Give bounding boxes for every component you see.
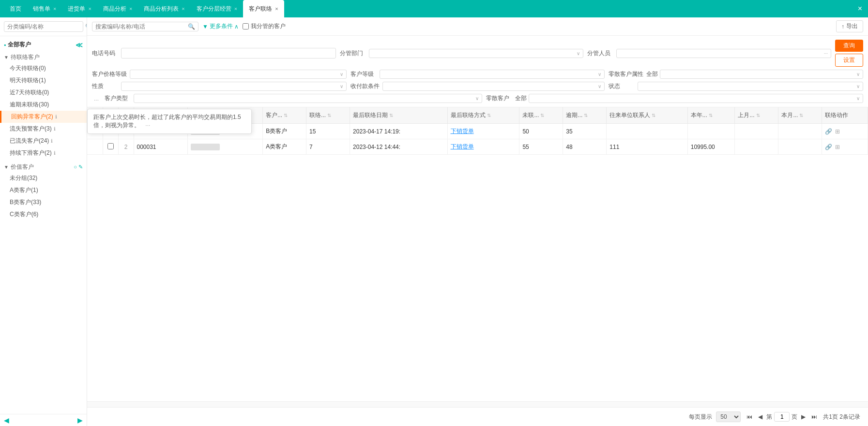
first-page-btn[interactable]: ⏮	[745, 412, 754, 421]
sidebar-item-today[interactable]: 今天待联络(0)	[0, 62, 87, 74]
sidebar-next-icon[interactable]: ▶	[77, 416, 83, 424]
nav-item-customer-tier[interactable]: 客户分层经营 ×	[191, 0, 243, 17]
filter-phone: 电话号码	[92, 48, 336, 59]
sidebar-item-abnormal[interactable]: 回购异常客户(2) ℹ	[0, 111, 87, 123]
my-customers-check[interactable]	[243, 23, 249, 29]
dept-select[interactable]: ∨	[369, 49, 584, 58]
col-last-month: 上月... ⇅	[735, 107, 778, 124]
nav-item-analysis-list[interactable]: 商品分析列表 ×	[138, 0, 190, 17]
sort-this-year-icon[interactable]: ⇅	[709, 113, 713, 118]
close-sales-icon[interactable]: ×	[53, 6, 56, 12]
info-icon-lost: ℹ	[51, 138, 53, 144]
sort-contact-icon[interactable]: ⇅	[327, 113, 331, 118]
close-purchase-icon[interactable]: ×	[88, 6, 91, 12]
sidebar-item-loss-warning[interactable]: 流失预警客户(3) ℹ	[0, 123, 87, 135]
col-pending: 未联... ⇅	[519, 107, 563, 124]
retail-attr-select[interactable]: ∨	[660, 70, 863, 79]
gender-select[interactable]: ∨	[121, 82, 347, 91]
sort-unit-contacts-icon[interactable]: ⇅	[652, 113, 655, 118]
tooltip-more[interactable]: ···	[145, 122, 150, 129]
per-page-select[interactable]: 50 20 100	[716, 411, 741, 422]
page-nav: ⏮ ◀ 第 页 ▶ ⏭	[745, 412, 819, 422]
person-select[interactable]: ···	[616, 49, 831, 58]
sidebar-item-class-c[interactable]: C类客户(6)	[0, 208, 87, 220]
sort-this-month-icon[interactable]: ⇅	[799, 113, 803, 118]
sidebar-item-class-b[interactable]: B类客户(33)	[0, 196, 87, 208]
horizontal-scrollbar[interactable]	[87, 401, 868, 407]
per-page-label: 每页显示	[689, 413, 712, 421]
sidebar-item-ungrouped[interactable]: 未分组(32)	[0, 172, 87, 184]
sort-last-method-icon[interactable]: ⇅	[487, 113, 491, 118]
page-number-input[interactable]	[774, 412, 790, 422]
query-button[interactable]: 查询	[835, 40, 863, 52]
sidebar-collapse-icon[interactable]: ≪	[76, 41, 83, 49]
my-customers-checkbox[interactable]: 我分管的客户	[243, 22, 286, 30]
row2-unit-contacts: 111	[607, 139, 687, 155]
row2-actions: 🔗 ⊞	[822, 139, 868, 155]
main-layout: 🔍 ▪ 全部客户 ≪ ▼ 待联络客户 今天待联络(0) 明天待联络(1) 近7天…	[0, 17, 868, 426]
row1-type: B类客户	[263, 124, 306, 139]
sidebar-item-lost[interactable]: 已流失客户(24) ℹ	[0, 135, 87, 147]
nav-item-sales[interactable]: 销售单 ×	[27, 0, 62, 17]
row1-this-year	[687, 124, 735, 139]
sort-pending-icon[interactable]: ⇅	[540, 113, 544, 118]
row2-checkbox[interactable]	[107, 143, 114, 149]
row2-last-date: 2023-04-12 14:44:	[350, 139, 448, 155]
sort-overdue-icon[interactable]: ⇅	[584, 113, 588, 118]
row1-link-icon[interactable]: 🔗	[825, 128, 832, 135]
row2-link-icon[interactable]: 🔗	[825, 144, 832, 150]
close-analysis-icon[interactable]: ×	[129, 6, 132, 12]
dots-more[interactable]: ...	[92, 95, 101, 102]
sidebar-item-tomorrow[interactable]: 明天待联络(1)	[0, 74, 87, 87]
sidebar-bottom-nav: ◀ ▶	[0, 414, 87, 426]
phone-input[interactable]	[121, 48, 336, 59]
edit-value-group-icon[interactable]: ○ ✎	[74, 164, 83, 170]
col-unit-contacts: 往来单位联系人 ⇅	[607, 107, 687, 124]
export-button[interactable]: ↑ 导出	[836, 20, 863, 32]
setting-button[interactable]: 设置	[835, 54, 863, 67]
sort-last-date-icon[interactable]: ⇅	[389, 113, 393, 118]
sidebar-prev-icon[interactable]: ◀	[4, 416, 9, 424]
retail-customer-select[interactable]: ∨	[529, 94, 864, 103]
sidebar-item-class-a[interactable]: A类客户(1)	[0, 184, 87, 196]
nav-item-customer-contact[interactable]: 客户联络 ×	[243, 0, 284, 17]
sidebar-group-value[interactable]: ▼ 价值客户 ○ ✎	[0, 161, 87, 172]
customer-type-select[interactable]: ∨	[134, 94, 482, 103]
filter-row-1: 电话号码 分管部门 ∨ 分管人员 ···	[92, 40, 863, 67]
next-page-btn[interactable]: ▶	[799, 412, 807, 421]
grade-select[interactable]: ∨	[380, 70, 605, 79]
close-customer-contact-icon[interactable]: ×	[275, 6, 278, 12]
prev-page-btn[interactable]: ◀	[756, 412, 764, 421]
filter-status: 状态 ∨	[609, 82, 863, 91]
last-page-btn[interactable]: ⏭	[809, 412, 819, 421]
global-close-icon[interactable]: ×	[858, 4, 862, 13]
status-select[interactable]: ∨	[638, 82, 863, 91]
sidebar-item-7days[interactable]: 近7天待联络(0)	[0, 87, 87, 99]
sidebar-item-overdue[interactable]: 逾期未联络(30)	[0, 99, 87, 111]
row1-grid-icon[interactable]: ⊞	[835, 128, 840, 135]
sort-last-month-icon[interactable]: ⇅	[756, 113, 760, 118]
row2-grid-icon[interactable]: ⊞	[835, 144, 840, 150]
nav-item-purchase[interactable]: 进货单 ×	[62, 0, 97, 17]
filter-price-grade: 客户价格等级 ∨	[92, 70, 347, 79]
price-grade-select[interactable]: ∨	[130, 70, 347, 79]
row1-last-month	[735, 124, 778, 139]
search-input[interactable]	[95, 23, 186, 30]
row2-index: 2	[118, 139, 134, 155]
sidebar-search-input[interactable]	[4, 21, 83, 32]
nav-item-analysis[interactable]: 商品分析 ×	[97, 0, 138, 17]
sidebar-group-pending[interactable]: ▼ 待联络客户	[0, 51, 87, 62]
filter-payment: 收付款条件 ∨	[350, 82, 605, 91]
person-dropdown-icon: ···	[824, 51, 828, 56]
close-analysis-list-icon[interactable]: ×	[182, 6, 184, 12]
filter-grade: 客户等级 ∨	[350, 70, 605, 79]
search-icon[interactable]: 🔍	[188, 23, 195, 30]
close-customer-tier-icon[interactable]: ×	[234, 6, 237, 12]
sidebar: 🔍 ▪ 全部客户 ≪ ▼ 待联络客户 今天待联络(0) 明天待联络(1) 近7天…	[0, 17, 87, 426]
sidebar-all-customers[interactable]: ▪ 全部客户 ≪	[0, 38, 87, 51]
nav-item-home[interactable]: 首页	[4, 0, 27, 17]
sidebar-item-declining[interactable]: 持续下滑客户(2) ℹ	[0, 147, 87, 159]
payment-select[interactable]: ∨	[382, 82, 605, 91]
more-conditions-btn[interactable]: ▼ 更多条件 ∧	[202, 22, 239, 30]
sort-type-icon[interactable]: ⇅	[284, 113, 288, 118]
